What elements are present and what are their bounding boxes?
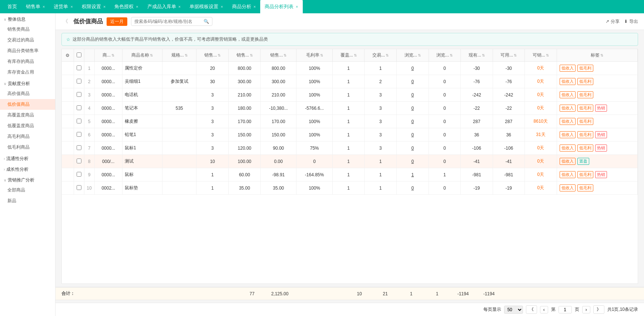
cell-checkbox[interactable] xyxy=(74,75,84,88)
row-checkbox[interactable] xyxy=(77,132,81,137)
column-saleable[interactable]: 可销...⇅ xyxy=(525,49,557,62)
cell-sale-qty: 3 xyxy=(197,128,229,142)
footer-trade: 21 xyxy=(372,291,398,296)
sidebar-collapse-button[interactable]: 《 xyxy=(61,18,70,25)
sidebar-group-liquidity[interactable]: › 流通性分析 xyxy=(0,153,55,163)
column-sale-avg[interactable]: 销售...⇅ xyxy=(261,49,296,62)
row-checkbox[interactable] xyxy=(77,79,81,84)
close-icon[interactable]: × xyxy=(254,4,256,9)
sidebar-item-stocked-goods[interactable]: 有库存的商品 xyxy=(0,56,55,67)
search-icon[interactable]: 🔍 xyxy=(204,19,209,24)
column-tags[interactable]: 标签⇅ xyxy=(557,49,637,62)
row-checkbox[interactable] xyxy=(77,92,81,97)
search-input[interactable] xyxy=(134,19,202,24)
sidebar-item-all-goods[interactable]: 全部商品 xyxy=(0,185,55,196)
sidebar-item-high-coverage[interactable]: 高覆盖度商品 xyxy=(0,110,55,120)
nav-product-analysis[interactable]: 商品分析 × xyxy=(228,0,260,13)
sidebar-group-marketing[interactable]: ∨ 营销推广分析 xyxy=(0,174,55,185)
cell-checkbox[interactable] xyxy=(74,102,84,115)
sidebar-item-low-coverage[interactable]: 低覆盖度商品 xyxy=(0,120,55,131)
nav-product-analysis-list[interactable]: 商品分析列表 × xyxy=(260,0,302,13)
column-browse1[interactable]: 浏览...⇅ xyxy=(396,49,429,62)
browse-link[interactable]: 0 xyxy=(411,186,414,191)
column-code[interactable]: 商...⇅ xyxy=(94,49,122,62)
sidebar-group-growth[interactable]: › 成长性分析 xyxy=(0,163,55,174)
close-icon[interactable]: × xyxy=(103,4,105,9)
browse-link[interactable]: 0 xyxy=(411,132,414,137)
filter-recent-month-button[interactable]: 近一月 xyxy=(107,17,127,26)
sidebar-item-high-margin[interactable]: 高毛利商品 xyxy=(0,131,55,142)
cell-checkbox[interactable] xyxy=(74,155,84,168)
sidebar-group-overall[interactable]: ∨ 整体信息 xyxy=(0,13,55,24)
nav-purchase-order[interactable]: 进货单 × xyxy=(49,0,77,13)
prev-page-button[interactable]: ‹ xyxy=(540,306,548,313)
cell-checkbox[interactable] xyxy=(74,142,84,155)
cell-checkbox[interactable] xyxy=(74,181,84,195)
sidebar-item-sales-goods[interactable]: 销售类商品 xyxy=(0,24,55,35)
cell-checkbox[interactable] xyxy=(74,88,84,102)
row-checkbox[interactable] xyxy=(77,119,81,123)
row-checkbox[interactable] xyxy=(77,65,81,70)
column-sale-qty[interactable]: 销售...⇅ xyxy=(197,49,229,62)
cell-checkbox[interactable] xyxy=(74,168,84,181)
cell-gear xyxy=(62,75,74,88)
cell-code: 0000... xyxy=(94,168,122,181)
last-page-button[interactable]: 》 xyxy=(593,305,604,314)
browse-link[interactable]: 0 xyxy=(411,79,414,84)
column-gross[interactable]: 毛利率⇅ xyxy=(296,49,333,62)
column-trade[interactable]: 交易...⇅ xyxy=(365,49,397,62)
browse-link[interactable]: 0 xyxy=(411,146,414,151)
row-checkbox[interactable] xyxy=(77,145,81,150)
nav-role-auth[interactable]: 角色授权 × xyxy=(110,0,142,13)
column-name[interactable]: 商品名称⇅ xyxy=(122,49,162,62)
column-browse2[interactable]: 浏览...⇅ xyxy=(429,49,461,62)
nav-product-stock[interactable]: 产成品入库单 × xyxy=(143,0,185,13)
nav-home[interactable]: 首页 xyxy=(3,0,21,13)
close-icon[interactable]: × xyxy=(178,4,181,9)
nav-sales-order[interactable]: 销售单 × xyxy=(21,0,49,13)
nav-template-settings[interactable]: 单据模板设置 × xyxy=(185,0,227,13)
column-select-all[interactable] xyxy=(74,49,84,62)
close-icon[interactable]: × xyxy=(296,4,298,9)
select-all-checkbox[interactable] xyxy=(77,52,81,57)
scrollbar[interactable] xyxy=(56,300,644,303)
close-icon[interactable]: × xyxy=(43,4,45,9)
sidebar-item-low-value[interactable]: 低价值商品 xyxy=(0,99,55,110)
sidebar-item-new-goods[interactable]: 新品 xyxy=(0,196,55,206)
current-page-input[interactable] xyxy=(559,306,572,313)
column-stock[interactable]: 现有...⇅ xyxy=(461,49,493,62)
cell-checkbox[interactable] xyxy=(74,115,84,128)
column-gear[interactable]: ⚙ xyxy=(62,49,74,62)
first-page-button[interactable]: 《 xyxy=(526,305,537,314)
close-icon[interactable]: × xyxy=(70,4,73,9)
column-coverage[interactable]: 覆盖...⇅ xyxy=(332,49,365,62)
share-button[interactable]: ↗ 分享 xyxy=(606,18,620,25)
close-icon[interactable]: × xyxy=(136,4,138,9)
sidebar-item-stock-capital[interactable]: 库存资金占用 xyxy=(0,67,55,78)
row-checkbox[interactable] xyxy=(77,159,81,163)
nav-permissions[interactable]: 权限设置 × xyxy=(77,0,110,13)
sidebar-item-category-sales-rate[interactable]: 商品分类销售率 xyxy=(0,45,55,56)
cell-checkbox[interactable] xyxy=(74,62,84,75)
row-checkbox[interactable] xyxy=(77,105,81,110)
browse-link[interactable]: 0 xyxy=(411,106,414,111)
cell-checkbox[interactable] xyxy=(74,128,84,142)
row-checkbox[interactable] xyxy=(77,185,81,190)
sidebar-item-high-value[interactable]: 高价值商品 xyxy=(0,88,55,99)
sidebar-item-low-margin[interactable]: 低毛利商品 xyxy=(0,142,55,153)
close-icon[interactable]: × xyxy=(221,4,223,9)
export-button[interactable]: ⬇ 导出 xyxy=(624,18,638,25)
column-spec[interactable]: 规格...⇅ xyxy=(162,49,197,62)
sidebar-item-traded-goods[interactable]: 交易过的商品 xyxy=(0,35,55,45)
column-sale-amt[interactable]: 销售...⇅ xyxy=(228,49,261,62)
browse-link[interactable]: 0 xyxy=(411,159,414,164)
row-checkbox[interactable] xyxy=(77,172,81,177)
next-page-button[interactable]: › xyxy=(582,306,590,313)
sidebar-group-contribution[interactable]: ∨ 贡献度分析 xyxy=(0,78,55,88)
column-avail[interactable]: 可用...⇅ xyxy=(493,49,525,62)
browse-link[interactable]: 0 xyxy=(411,92,414,98)
per-page-select[interactable]: 50 100 200 xyxy=(504,306,523,314)
browse-link[interactable]: 0 xyxy=(411,119,414,124)
browse-link[interactable]: 0 xyxy=(411,66,414,71)
browse-link[interactable]: 1 xyxy=(411,172,414,177)
